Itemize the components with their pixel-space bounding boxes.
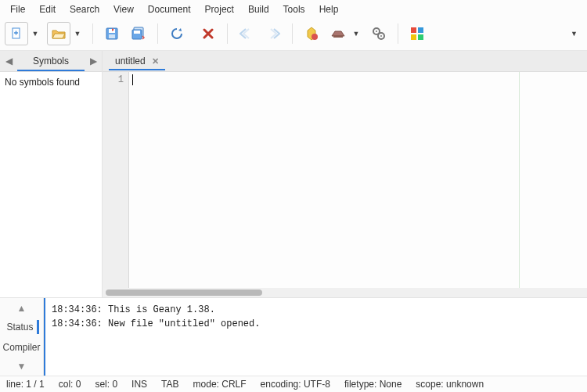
svg-rect-15	[418, 27, 423, 33]
status-tab: TAB	[161, 379, 178, 390]
svg-point-8	[312, 34, 318, 40]
editor-gutter: 1	[103, 72, 129, 288]
nav-forward-icon	[266, 28, 280, 39]
svg-point-13	[380, 35, 382, 37]
new-file-dropdown[interactable]: ▼	[28, 23, 42, 45]
nav-back-button[interactable]	[236, 23, 257, 45]
menu-build[interactable]: Build	[241, 2, 276, 17]
new-file-icon	[10, 27, 23, 40]
editor-tab-close-icon[interactable]: ✕	[152, 56, 159, 67]
editor-textarea[interactable]	[129, 72, 587, 288]
menu-view[interactable]: View	[106, 2, 141, 17]
save-button[interactable]	[101, 23, 123, 45]
status-line: line: 1 / 1	[6, 379, 45, 390]
status-ins: INS	[131, 379, 147, 390]
toolbar: ▼ ▼ ▼ ▼	[0, 19, 587, 51]
toolbar-separator	[157, 23, 158, 44]
svg-rect-3	[109, 34, 115, 38]
sidebar-tab-next[interactable]: ▶	[85, 51, 102, 71]
svg-rect-9	[333, 35, 343, 38]
new-file-button[interactable]	[5, 22, 28, 45]
menu-tools[interactable]: Tools	[276, 2, 312, 17]
open-file-button[interactable]	[47, 22, 70, 45]
scrollbar-thumb[interactable]	[106, 290, 262, 296]
line-number: 1	[103, 74, 124, 85]
toolbar-separator	[92, 23, 93, 44]
reload-icon	[171, 27, 183, 40]
toolbar-separator	[398, 23, 398, 44]
status-mode: mode: CRLF	[193, 379, 247, 390]
messages-tab-status[interactable]: Status	[6, 320, 38, 334]
toolbar-overflow[interactable]: ▼	[566, 27, 582, 41]
menu-project[interactable]: Project	[198, 2, 241, 17]
color-chooser-button[interactable]	[406, 23, 428, 45]
nav-back-icon	[239, 28, 254, 39]
compile-button[interactable]	[301, 23, 322, 45]
message-line: 18:34:36: This is Geany 1.38.	[52, 303, 581, 317]
build-dropdown[interactable]: ▼	[349, 23, 363, 45]
messages-pane: ▲ Status Compiler ▼ 18:34:36: This is Ge…	[0, 297, 587, 376]
menu-search[interactable]: Search	[63, 2, 106, 17]
messages-tab-strip: ▲ Status Compiler ▼	[0, 298, 44, 376]
compile-icon	[304, 27, 319, 41]
sidebar-body: No symbols found	[0, 72, 102, 297]
svg-rect-14	[411, 27, 416, 33]
color-chooser-icon	[410, 27, 424, 41]
status-col: col: 0	[59, 379, 81, 390]
execute-button[interactable]	[368, 23, 390, 45]
menu-help[interactable]: Help	[312, 2, 346, 17]
status-filetype: filetype: None	[344, 379, 402, 390]
execute-icon	[372, 27, 386, 41]
sidebar: ◀ Symbols ▶ No symbols found	[0, 51, 103, 297]
svg-rect-6	[134, 31, 140, 34]
editor-caret	[132, 74, 133, 85]
menu-edit[interactable]: Edit	[32, 2, 63, 17]
toolbar-separator	[227, 23, 228, 44]
editor-tab-label: untitled	[115, 56, 146, 67]
editor-tabs: untitled ✕	[103, 51, 587, 72]
save-all-button[interactable]	[128, 23, 149, 45]
sidebar-tab-prev[interactable]: ◀	[0, 51, 17, 71]
close-icon	[203, 28, 214, 39]
messages-tab-down[interactable]: ▼	[17, 361, 27, 372]
status-sel: sel: 0	[95, 379, 117, 390]
message-line: 18:34:36: New file "untitled" opened.	[52, 317, 581, 331]
open-file-dropdown[interactable]: ▼	[70, 23, 85, 45]
messages-body[interactable]: 18:34:36: This is Geany 1.38. 18:34:36: …	[44, 298, 587, 376]
svg-point-12	[376, 31, 377, 32]
reload-button[interactable]	[166, 23, 188, 45]
nav-forward-button[interactable]	[262, 23, 284, 45]
open-file-icon	[52, 27, 66, 40]
close-button[interactable]	[197, 23, 219, 45]
menu-document[interactable]: Document	[141, 2, 198, 17]
sidebar-tab-symbols[interactable]: Symbols	[17, 52, 85, 71]
messages-tab-up[interactable]: ▲	[17, 303, 27, 314]
svg-rect-16	[411, 34, 416, 40]
toolbar-separator	[292, 23, 293, 44]
build-icon	[330, 28, 346, 39]
svg-rect-17	[418, 34, 423, 40]
status-encoding: encoding: UTF-8	[261, 379, 330, 390]
save-icon	[105, 27, 119, 41]
messages-tab-compiler[interactable]: Compiler	[2, 340, 40, 354]
editor-right-margin	[519, 72, 520, 288]
statusbar: line: 1 / 1 col: 0 sel: 0 INS TAB mode: …	[0, 376, 587, 392]
editor-h-scrollbar[interactable]	[103, 288, 587, 297]
menu-file[interactable]: File	[3, 2, 32, 17]
menubar: File Edit Search View Document Project B…	[0, 0, 587, 19]
editor-tab-untitled[interactable]: untitled ✕	[109, 52, 165, 70]
save-all-icon	[131, 27, 146, 41]
build-button[interactable]	[327, 23, 349, 45]
status-scope: scope: unknown	[416, 379, 484, 390]
editor-pane: untitled ✕ 1	[103, 51, 587, 297]
